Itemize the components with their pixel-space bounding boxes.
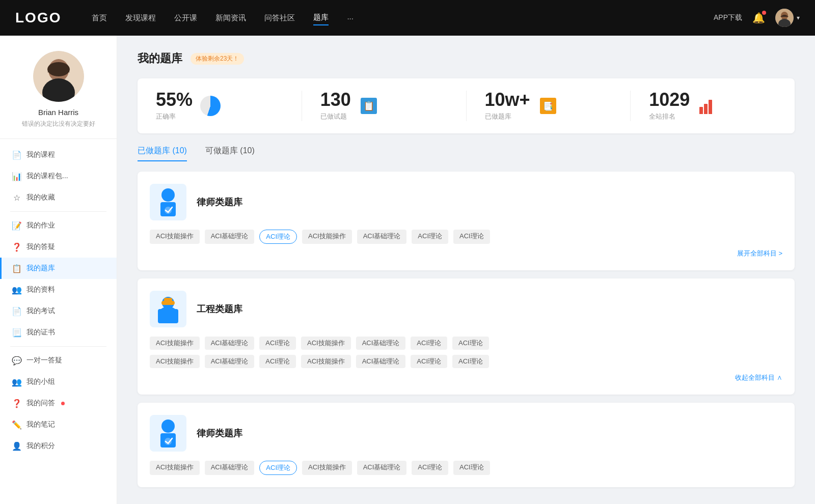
svg-rect-10 [158,309,178,323]
nav-item-news[interactable]: 新闻资讯 [215,11,246,25]
stat-accuracy-label: 正确率 [156,112,193,121]
sidebar-item-exams[interactable]: 📄 我的考试 [0,300,117,322]
tag-0-2[interactable]: ACI理论 [259,230,297,244]
nav-item-qbank[interactable]: 题库 [313,11,329,25]
qbank-card-engineer: 工程类题库 ACI技能操作 ACI基础理论 ACI理论 ACI技能操作 ACI基… [138,278,795,395]
tag-1-6[interactable]: ACI理论 [452,337,489,350]
tab-todo-qbank[interactable]: 可做题库 (10) [205,146,255,161]
trial-badge: 体验剩余23天！ [191,53,244,65]
chart-bar-2 [704,104,708,114]
tag-1b-2[interactable]: ACI理论 [259,355,296,368]
profile-avatar [33,51,84,102]
tag-2-3[interactable]: ACI技能操作 [302,461,352,475]
pie-chart [200,96,221,116]
tab-done-qbank[interactable]: 已做题库 (10) [138,146,187,161]
profile-section: Brian Harris 错误的决定比没有决定要好 [0,51,117,139]
qbank-icon: 📋 [12,264,21,273]
qbank-title-1: 律师类题库 [197,196,242,208]
sidebar-menu: 📄 我的课程 📊 我的课程包... ☆ 我的收藏 📝 我的作业 ❓ 我的答疑 � [0,139,117,462]
tag-2-1[interactable]: ACI基础理论 [205,461,255,475]
tag-1b-4[interactable]: ACI基础理论 [356,355,406,368]
tag-2-2[interactable]: ACI理论 [259,461,297,475]
tag-0-3[interactable]: ACI技能操作 [302,230,352,244]
main-content: 我的题库 体验剩余23天！ 55% 正确率 130 已做试题 📋 [117,36,815,504]
nav-item-home[interactable]: 首页 [92,11,107,25]
list-icon: 📑 [537,95,559,117]
tag-2-4[interactable]: ACI基础理论 [357,461,407,475]
qbank-card-header-1: 律师类题库 [150,184,782,220]
stat-done-qbanks: 10w+ 已做题库 📑 [467,91,631,121]
tag-1-0[interactable]: ACI技能操作 [150,337,200,350]
tag-0-6[interactable]: ACI理论 [453,230,490,244]
tag-1-4[interactable]: ACI基础理论 [356,337,406,350]
stat-done-qbanks-value: 10w+ [485,91,530,109]
homework-icon: 📝 [12,221,21,230]
sidebar-item-my-qa[interactable]: ❓ 我的问答 [0,393,117,414]
collapse-link[interactable]: 收起全部科目 ∧ [150,373,782,382]
sidebar-item-certificates[interactable]: 📃 我的证书 [0,322,117,343]
one-on-one-icon: 💬 [12,356,21,365]
tag-1b-3[interactable]: ACI技能操作 [301,355,351,368]
app-download-link[interactable]: APP下载 [714,13,742,22]
nav-item-more[interactable]: ··· [347,12,354,24]
expand-link-1[interactable]: 展开全部科目 > [150,249,782,258]
tag-1-2[interactable]: ACI理论 [259,337,296,350]
nav-item-open[interactable]: 公开课 [174,11,197,25]
stat-accuracy: 55% 正确率 [138,91,302,121]
svg-point-7 [161,188,175,202]
tag-2-5[interactable]: ACI理论 [412,461,448,475]
logo: LOGO [15,10,61,26]
tag-1-1[interactable]: ACI基础理论 [205,337,255,350]
sidebar-item-materials[interactable]: 👥 我的资料 [0,279,117,300]
nav-right: APP下载 🔔 ▾ [714,9,800,27]
tag-1-3[interactable]: ACI技能操作 [301,337,351,350]
chart-bar-1 [699,107,703,114]
stat-accuracy-text: 55% 正确率 [156,91,193,121]
chevron-down-icon: ▾ [797,14,800,21]
tag-0-5[interactable]: ACI理论 [412,230,448,244]
tag-1b-1[interactable]: ACI基础理论 [205,355,255,368]
tag-1b-5[interactable]: ACI理论 [411,355,447,368]
svg-rect-13 [164,298,172,303]
points-icon: 👤 [12,441,21,451]
stat-ranking-text: 1029 全站排名 [649,91,690,121]
tag-1b-0[interactable]: ACI技能操作 [150,355,200,368]
tag-0-0[interactable]: ACI技能操作 [150,230,200,244]
user-avatar-button[interactable]: ▾ [775,9,800,27]
tag-1b-6[interactable]: ACI理论 [452,355,489,368]
sidebar-item-qbank[interactable]: 📋 我的题库 [0,258,117,279]
qbank-card-header-3: 律师类题库 [150,415,782,452]
notification-bell-icon[interactable]: 🔔 [752,12,765,24]
book-icon: 📋 [358,95,379,117]
qbank-tags-row-1: ACI技能操作 ACI基础理论 ACI理论 ACI技能操作 ACI基础理论 AC… [150,230,782,244]
tag-0-4[interactable]: ACI基础理论 [357,230,407,244]
qbank-card-header-2: 工程类题库 [150,291,782,327]
tag-2-0[interactable]: ACI技能操作 [150,461,200,475]
my-qa-icon: ❓ [12,399,21,408]
sidebar-item-my-courses[interactable]: 📄 我的课程 [0,144,117,165]
svg-point-14 [161,419,175,433]
sidebar-item-favorites[interactable]: ☆ 我的收藏 [0,187,117,208]
my-courses-icon: 📄 [12,150,21,159]
qbank-title-3: 律师类题库 [197,427,242,439]
sidebar-item-notes[interactable]: ✏️ 我的笔记 [0,414,117,435]
ranking-chart-icon [697,95,718,117]
lawyer-icon-2 [150,415,186,452]
sidebar-item-groups[interactable]: 👥 我的小组 [0,371,117,393]
tag-1-5[interactable]: ACI理论 [411,337,447,350]
sidebar-item-points[interactable]: 👤 我的积分 [0,435,117,457]
stat-ranking-label: 全站排名 [649,112,690,121]
sidebar-item-one-on-one[interactable]: 💬 一对一答疑 [0,350,117,371]
sidebar-item-course-packages[interactable]: 📊 我的课程包... [0,165,117,187]
sidebar-item-homework[interactable]: 📝 我的作业 [0,215,117,236]
accuracy-chart-icon [200,95,221,117]
sidebar-item-qa-answer[interactable]: ❓ 我的答疑 [0,236,117,258]
tag-0-1[interactable]: ACI基础理论 [205,230,255,244]
favorites-icon: ☆ [12,193,21,202]
nav-item-courses[interactable]: 发现课程 [125,11,156,25]
tag-2-6[interactable]: ACI理论 [453,461,490,475]
avatar [775,9,794,27]
notification-dot [762,11,766,15]
certificates-icon: 📃 [12,328,21,337]
nav-item-qa[interactable]: 问答社区 [264,11,295,25]
